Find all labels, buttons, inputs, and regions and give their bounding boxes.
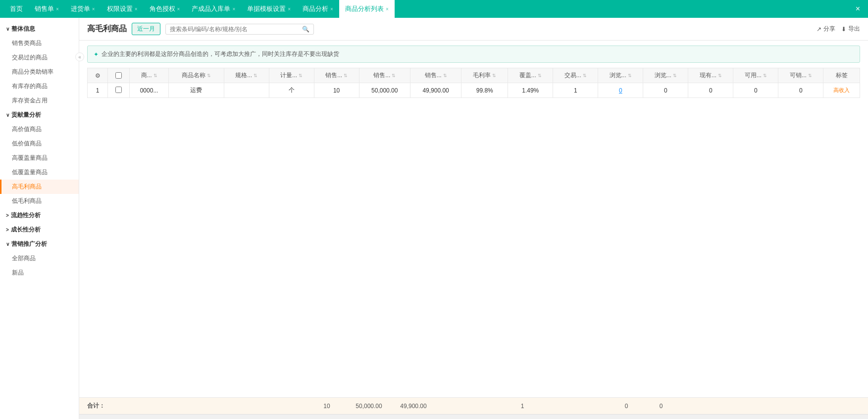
col-header-transaction[interactable]: 交易...⇅ (553, 68, 598, 83)
col-header-browse2[interactable]: 浏览...⇅ (643, 68, 688, 83)
arrow-icon: > (6, 227, 9, 233)
col-header-sales_qty[interactable]: 销售...⇅ (314, 68, 359, 83)
nav-item-首页[interactable]: 首页 (4, 0, 29, 18)
sort-icon[interactable]: ⇅ (207, 73, 211, 78)
col-header-unit[interactable]: 计量...⇅ (269, 68, 314, 83)
sidebar-item-低毛利商品[interactable]: 低毛利商品 (0, 194, 79, 208)
col-label: 浏览... (610, 71, 626, 80)
sort-icon[interactable]: ⇅ (628, 73, 632, 78)
window-close-button[interactable]: × (852, 4, 864, 13)
nav-close-icon[interactable]: × (56, 6, 59, 12)
sort-icon[interactable]: ⇅ (583, 73, 587, 78)
col-label: 可用... (745, 71, 762, 80)
col-header-available_stock[interactable]: 可用...⇅ (733, 68, 778, 83)
col-header-current_stock[interactable]: 现有...⇅ (688, 68, 733, 83)
col-header-sales_amount[interactable]: 销售...⇅ (359, 68, 410, 83)
search-box[interactable]: 🔍 (165, 24, 314, 35)
sidebar-item-低价值商品[interactable]: 低价值商品 (0, 137, 79, 151)
select-all-checkbox[interactable] (115, 72, 122, 79)
banner-text: 企业的主要的利润都是这部分商品创造的，可考虑加大推广，同时关注库存是不要出现缺货 (102, 50, 339, 58)
sort-icon[interactable]: ⇅ (344, 73, 348, 78)
filter-button[interactable]: 近一月 (132, 23, 160, 35)
nav-close-icon[interactable]: × (177, 6, 180, 12)
sidebar-group-整体信息[interactable]: ∨整体信息 (0, 22, 79, 36)
search-icon[interactable]: 🔍 (302, 26, 309, 33)
nav-item-进货单[interactable]: 进货单 × (65, 0, 101, 18)
sidebar-item-新品[interactable]: 新品 (0, 266, 79, 280)
page-title: 高毛利商品 (87, 24, 127, 34)
nav-item-角色授权[interactable]: 角色授权 × (144, 0, 186, 18)
sidebar: ∨整体信息销售类商品交易过的商品商品分类助销率有库存的商品库存资金占用∨贡献量分… (0, 18, 79, 419)
sidebar-item-高覆盖量商品[interactable]: 高覆盖量商品 (0, 151, 79, 165)
sidebar-group-label: 营销推广分析 (11, 240, 47, 248)
sidebar-item-高毛利商品[interactable]: 高毛利商品 (0, 180, 79, 194)
row-checkbox[interactable] (115, 87, 122, 93)
sort-icon[interactable]: ⇅ (808, 73, 812, 78)
cell-sales_profit: 49,900.00 (410, 83, 461, 98)
info-icon: ✦ (94, 51, 99, 58)
nav-item-商品分析列表[interactable]: 商品分析列表 × (339, 0, 395, 18)
footer-label: 合计： (87, 402, 105, 410)
col-header-code[interactable]: 商...⇅ (130, 68, 169, 83)
nav-close-icon[interactable]: × (135, 6, 138, 12)
footer-cell: 1 (505, 403, 540, 410)
sidebar-item-销售类商品[interactable]: 销售类商品 (0, 36, 79, 50)
horizontal-scrollbar[interactable] (79, 414, 868, 419)
search-input[interactable] (170, 26, 302, 33)
col-header-name[interactable]: 商品名称⇅ (168, 68, 224, 83)
cell-tag: 高收入 (823, 83, 860, 98)
col-header-gross_margin[interactable]: 毛利率⇅ (461, 68, 508, 83)
nav-item-单据模板设置[interactable]: 单据模板设置 × (241, 0, 297, 18)
sidebar-item-库存资金占用[interactable]: 库存资金占用 (0, 93, 79, 108)
col-header-sales_profit[interactable]: 销售...⇅ (410, 68, 461, 83)
sidebar-item-商品分类助销率[interactable]: 商品分类助销率 (0, 65, 79, 79)
sidebar-group-label: 贡献量分析 (11, 111, 41, 119)
footer-cell: 0 (644, 403, 678, 410)
nav-close-icon[interactable]: × (330, 6, 333, 12)
sidebar-item-全部商品[interactable]: 全部商品 (0, 251, 79, 266)
sort-icon[interactable]: ⇅ (538, 73, 542, 78)
nav-item-销售单[interactable]: 销售单 × (29, 0, 65, 18)
sidebar-group-成长性分析[interactable]: >成长性分析 (0, 223, 79, 237)
header-actions: ↗ 分享 ⬇ 导出 (817, 25, 860, 33)
sidebar-item-交易过的商品[interactable]: 交易过的商品 (0, 50, 79, 65)
nav-close-icon[interactable]: × (386, 6, 389, 12)
sidebar-toggle-button[interactable]: « (75, 52, 84, 61)
col-header-spec[interactable]: 规格...⇅ (224, 68, 269, 83)
browse-link[interactable]: 0 (619, 87, 622, 94)
sort-icon[interactable]: ⇅ (492, 73, 496, 78)
export-button[interactable]: ⬇ 导出 (841, 25, 860, 33)
col-label: 现有... (700, 71, 716, 80)
sort-icon[interactable]: ⇅ (254, 73, 257, 78)
sidebar-item-高价值商品[interactable]: 高价值商品 (0, 122, 79, 137)
nav-close-icon[interactable]: × (288, 6, 291, 12)
share-icon: ↗ (817, 26, 821, 33)
nav-item-产成品入库单[interactable]: 产成品入库单 × (186, 0, 241, 18)
sidebar-item-有库存的商品[interactable]: 有库存的商品 (0, 79, 79, 93)
nav-item-权限设置[interactable]: 权限设置 × (101, 0, 144, 18)
sidebar-group-营销推广分析[interactable]: ∨营销推广分析 (0, 237, 79, 251)
table-row: 10000...运费个1050,000.0049,900.0099.8%1.49… (88, 83, 860, 98)
sort-icon[interactable]: ⇅ (299, 73, 303, 78)
nav-item-商品分析[interactable]: 商品分析 × (297, 0, 339, 18)
sidebar-item-低覆盖量商品[interactable]: 低覆盖量商品 (0, 165, 79, 180)
top-nav: 首页销售单 ×进货单 ×权限设置 ×角色授权 ×产成品入库单 ×单据模板设置 ×… (0, 0, 868, 18)
nav-close-icon[interactable]: × (92, 6, 95, 12)
sort-icon[interactable]: ⇅ (763, 73, 767, 78)
col-label: 可销... (790, 71, 807, 80)
sort-icon[interactable]: ⇅ (718, 73, 722, 78)
sort-icon[interactable]: ⇅ (392, 73, 396, 78)
content-area: 高毛利商品 近一月 🔍 ↗ 分享 ⬇ 导出 (79, 18, 868, 419)
nav-close-icon[interactable]: × (232, 6, 235, 12)
col-label: 销售... (373, 71, 390, 80)
col-header-browse1[interactable]: 浏览...⇅ (598, 68, 643, 83)
sidebar-group-流趋性分析[interactable]: >流趋性分析 (0, 208, 79, 223)
sidebar-group-贡献量分析[interactable]: ∨贡献量分析 (0, 108, 79, 122)
col-header-coverage[interactable]: 覆盖...⇅ (508, 68, 553, 83)
col-header-saleable[interactable]: 可销...⇅ (778, 68, 823, 83)
sort-icon[interactable]: ⇅ (153, 73, 157, 78)
share-button[interactable]: ↗ 分享 (817, 25, 835, 33)
sort-icon[interactable]: ⇅ (443, 73, 447, 78)
sort-icon[interactable]: ⇅ (673, 73, 677, 78)
cell-index: 1 (88, 83, 108, 98)
